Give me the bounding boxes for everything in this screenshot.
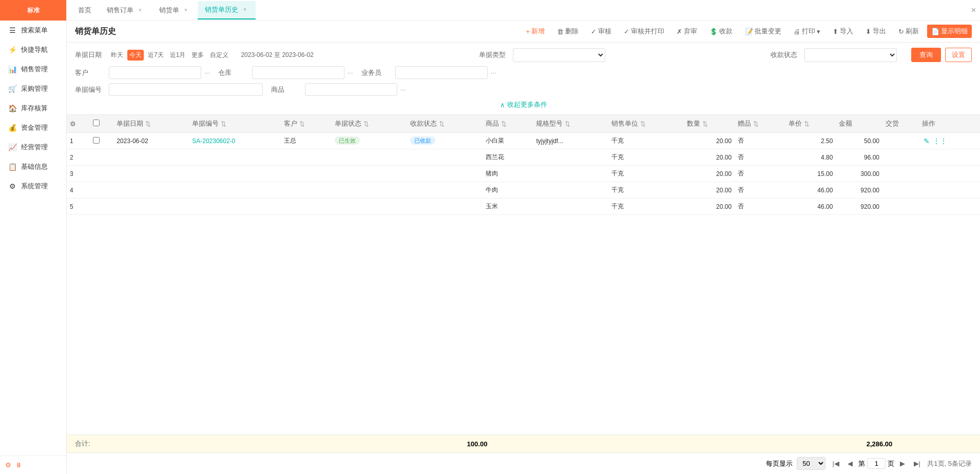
payment-status-select[interactable] bbox=[804, 48, 897, 62]
gear-settings-icon[interactable]: ⚙ bbox=[70, 120, 76, 128]
audit-print-button[interactable]: ✓ 审核并打印 bbox=[620, 25, 668, 38]
warehouse-picker-icon[interactable]: ··· bbox=[348, 69, 353, 76]
warehouse-input[interactable] bbox=[252, 66, 344, 79]
sort-gift[interactable]: 赠品⇅ bbox=[738, 119, 782, 128]
sidebar-logo: 标准 bbox=[0, 0, 66, 21]
doc-status-cell bbox=[332, 149, 407, 166]
sort-date[interactable]: 单据日期⇅ bbox=[117, 119, 186, 128]
sidebar-item-inventory[interactable]: 🏠 库存核算 bbox=[0, 98, 66, 118]
col-goods: 商品⇅ bbox=[483, 115, 533, 133]
sidebar-item-sales-mgmt[interactable]: 📊 销售管理 bbox=[0, 60, 66, 79]
sort-unit-icon: ⇅ bbox=[640, 120, 646, 128]
sidebar-item-finance-mgmt[interactable]: 💰 资金管理 bbox=[0, 118, 66, 137]
customer-input[interactable] bbox=[109, 66, 201, 79]
col-gear[interactable]: ⚙ bbox=[67, 115, 90, 133]
qty-cell: 20.00 bbox=[684, 149, 735, 166]
abandon-button[interactable]: ✗ 弃审 bbox=[672, 25, 701, 38]
doc-status-badge: 已生效 bbox=[335, 136, 360, 145]
tab-sales-delivery-close[interactable]: × bbox=[182, 7, 189, 14]
sort-doc-status[interactable]: 单据状态⇅ bbox=[335, 119, 404, 128]
tab-sales-order[interactable]: 销售订单 × bbox=[100, 1, 151, 19]
sort-goods[interactable]: 商品⇅ bbox=[486, 119, 530, 128]
per-page-select[interactable]: 50 100 bbox=[797, 457, 825, 470]
page-title: 销货单历史 bbox=[75, 26, 116, 37]
sort-gift-icon: ⇅ bbox=[753, 120, 759, 128]
sidebar-item-label: 采购管理 bbox=[21, 84, 48, 93]
print-button[interactable]: 🖨 打印 ▾ bbox=[790, 25, 824, 38]
sort-spec[interactable]: 规格型号⇅ bbox=[536, 119, 605, 128]
tab-sales-history-close[interactable]: × bbox=[241, 6, 248, 13]
sort-qty[interactable]: 数量⇅ bbox=[687, 119, 732, 128]
row-checkbox[interactable] bbox=[93, 137, 100, 144]
shortcut-custom[interactable]: 自定义 bbox=[208, 50, 230, 61]
prev-page-button[interactable]: ◀ bbox=[844, 458, 856, 470]
sidebar-pause-icon[interactable]: ⏸ bbox=[15, 461, 22, 469]
show-detail-button[interactable]: 📄 显示明细 bbox=[927, 25, 972, 38]
sidebar-item-ops-mgmt[interactable]: 📈 经营管理 bbox=[0, 137, 66, 157]
total-qty-value: 100.00 bbox=[467, 440, 488, 448]
customer-picker-icon[interactable]: ··· bbox=[204, 69, 210, 76]
delete-button[interactable]: 🗑 删除 bbox=[553, 25, 583, 38]
batch-change-button[interactable]: 📝 批量变更 bbox=[741, 25, 785, 38]
tab-close-all-button[interactable]: × bbox=[971, 6, 976, 15]
shortcut-more[interactable]: 更多 bbox=[189, 50, 206, 61]
col-transaction: 交货 bbox=[882, 115, 919, 133]
sort-unit[interactable]: 销售单位⇅ bbox=[611, 119, 681, 128]
sales-person-picker-icon[interactable]: ··· bbox=[491, 69, 496, 76]
sidebar-item-basic-info[interactable]: 📋 基础信息 bbox=[0, 157, 66, 176]
col-number: 单据编号⇅ bbox=[189, 115, 281, 133]
first-page-button[interactable]: |◀ bbox=[830, 458, 842, 470]
collect-button[interactable]: 💲 收款 bbox=[705, 25, 737, 38]
collapse-btn[interactable]: ∧ 收起更多条件 bbox=[75, 100, 972, 109]
checkbox-cell bbox=[90, 182, 114, 199]
spec-cell bbox=[533, 149, 608, 166]
shortcut-yesterday[interactable]: 昨天 bbox=[109, 50, 125, 61]
transaction-cell bbox=[882, 149, 919, 166]
sales-person-input[interactable] bbox=[395, 66, 488, 79]
sort-number[interactable]: 单据编号⇅ bbox=[192, 119, 278, 128]
last-page-button[interactable]: ▶| bbox=[911, 458, 923, 470]
sidebar-item-quick-nav[interactable]: ⚡ 快捷导航 bbox=[0, 40, 66, 60]
shortcut-7days[interactable]: 近7天 bbox=[146, 50, 166, 61]
page-unit: 页 bbox=[888, 459, 894, 468]
show-detail-icon: 📄 bbox=[931, 28, 939, 35]
doc-number-input[interactable] bbox=[109, 83, 263, 96]
table-header-row: ⚙ 单据日期⇅ 单据编号⇅ 客户⇅ 单据状态⇅ 收款状态⇅ 商品⇅ 规格型号⇅ … bbox=[67, 115, 980, 133]
table-row: 2 西兰花 千克 20.00 否 4.80 96.00 bbox=[67, 149, 980, 166]
tab-sales-delivery[interactable]: 销货单 × bbox=[152, 1, 197, 19]
query-button[interactable]: 查询 bbox=[911, 48, 941, 62]
doc-type-select[interactable] bbox=[513, 48, 605, 62]
next-page-button[interactable]: ▶ bbox=[896, 458, 909, 470]
doc-type-label: 单据类型 bbox=[479, 50, 510, 60]
sidebar-item-search-menu[interactable]: ☰ 搜索菜单 bbox=[0, 21, 66, 40]
shortcut-today[interactable]: 今天 bbox=[127, 50, 144, 61]
sidebar-settings-icon[interactable]: ⚙ bbox=[5, 461, 11, 469]
more-action-icon[interactable]: ⋮⋮ bbox=[933, 137, 947, 145]
goods-input[interactable] bbox=[305, 83, 397, 96]
amount-cell: 920.00 bbox=[836, 199, 882, 215]
sort-payment-status[interactable]: 收款状态⇅ bbox=[410, 119, 479, 128]
sort-customer[interactable]: 客户⇅ bbox=[284, 119, 329, 128]
tab-sales-order-close[interactable]: × bbox=[137, 7, 144, 14]
number-cell: SA-20230602-0 bbox=[189, 133, 281, 149]
sidebar-item-purchase-mgmt[interactable]: 🛒 采购管理 bbox=[0, 79, 66, 98]
select-all-checkbox[interactable] bbox=[93, 120, 100, 126]
tab-sales-history[interactable]: 销货单历史 × bbox=[198, 1, 256, 19]
import-button[interactable]: ⬆ 导入 bbox=[829, 25, 857, 38]
doc-status-cell bbox=[332, 166, 407, 182]
page-number-input[interactable] bbox=[867, 458, 886, 469]
sidebar-item-sys-mgmt[interactable]: ⚙ 系统管理 bbox=[0, 176, 66, 196]
refresh-button[interactable]: ↻ 刷新 bbox=[894, 25, 923, 38]
unit-cell: 千克 bbox=[608, 166, 684, 182]
audit-button[interactable]: ✓ 审核 bbox=[587, 25, 616, 38]
add-button[interactable]: + 新增 bbox=[522, 25, 549, 38]
export-button[interactable]: ⬇ 导出 bbox=[861, 25, 890, 38]
page-label: 第 bbox=[858, 459, 865, 468]
shortcut-1month[interactable]: 近1月 bbox=[168, 50, 188, 61]
set-button[interactable]: 设置 bbox=[945, 48, 972, 62]
sort-price[interactable]: 单价⇅ bbox=[789, 119, 833, 128]
tab-home[interactable]: 首页 bbox=[71, 1, 99, 19]
row-num-cell: 1 bbox=[67, 133, 90, 149]
goods-picker-icon[interactable]: ··· bbox=[400, 86, 406, 93]
edit-action-icon[interactable]: ✎ bbox=[924, 137, 930, 145]
